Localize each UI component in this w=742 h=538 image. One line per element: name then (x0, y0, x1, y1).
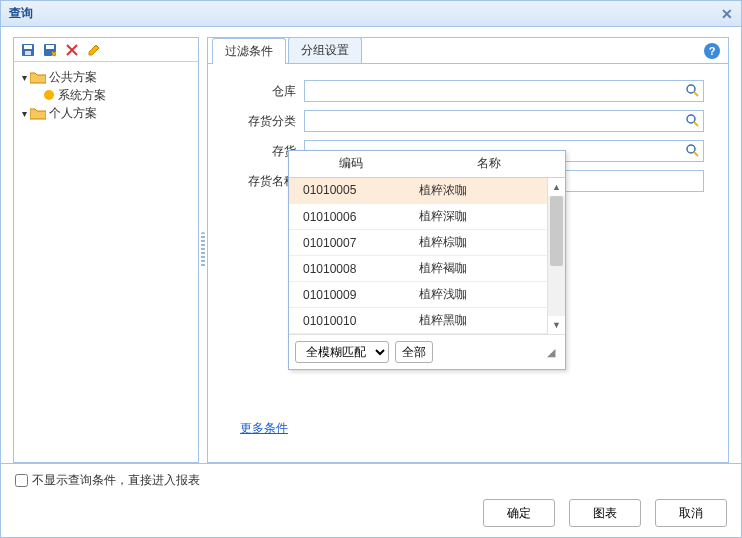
ok-button[interactable]: 确定 (483, 499, 555, 527)
cell-code: 01010010 (289, 308, 405, 334)
dropdown-col-code[interactable]: 编码 (289, 151, 413, 177)
category-label: 存货分类 (232, 113, 304, 130)
dropdown-row[interactable]: 01010007植粹棕咖 (289, 230, 547, 256)
category-input[interactable] (304, 110, 704, 132)
scroll-thumb[interactable] (550, 196, 563, 266)
warehouse-input[interactable] (304, 80, 704, 102)
bullet-icon (44, 90, 54, 100)
dropdown-col-name[interactable]: 名称 (413, 151, 565, 177)
dropdown-scrollbar[interactable]: ▲ ▼ (547, 178, 565, 335)
chart-button[interactable]: 图表 (569, 499, 641, 527)
tree-label: 系统方案 (58, 87, 106, 104)
dropdown-row[interactable]: 01010006植粹深咖 (289, 204, 547, 230)
cell-code: 01010009 (289, 282, 405, 308)
lookup-icon[interactable] (685, 83, 701, 99)
cell-name: 植粹棕咖 (405, 230, 547, 256)
dialog-title: 查询 (9, 5, 33, 22)
svg-rect-4 (46, 45, 54, 49)
delete-icon[interactable] (64, 42, 80, 58)
edit-icon[interactable] (86, 42, 102, 58)
tree-node-personal[interactable]: ▾ 个人方案 (18, 104, 194, 122)
query-dialog: 查询 ✕ ▾ 公共方案 系统方案 (0, 0, 742, 538)
skip-query-checkbox[interactable] (15, 474, 28, 487)
cell-name: 植粹深咖 (405, 204, 547, 230)
tree-label: 公共方案 (49, 69, 97, 86)
svg-point-5 (687, 85, 695, 93)
folder-icon (30, 70, 46, 84)
tree-label: 个人方案 (49, 105, 97, 122)
all-button[interactable]: 全部 (395, 341, 433, 363)
lookup-icon[interactable] (685, 113, 701, 129)
match-mode-select[interactable]: 全模糊匹配 (295, 341, 389, 363)
dropdown-row[interactable]: 01010010植粹黑咖 (289, 308, 547, 334)
splitter[interactable] (199, 37, 207, 463)
skip-query-label: 不显示查询条件，直接进入报表 (32, 472, 200, 489)
svg-point-7 (687, 145, 695, 153)
scroll-down-icon[interactable]: ▼ (548, 316, 565, 334)
scheme-tree: ▾ 公共方案 系统方案 ▾ 个人方案 (14, 62, 198, 462)
filter-form: 仓库 存货分类 存货 (208, 64, 728, 445)
svg-point-6 (687, 115, 695, 123)
cell-code: 01010008 (289, 256, 405, 282)
dropdown-row[interactable]: 01010005植粹浓咖 (289, 178, 547, 204)
folder-icon (30, 106, 46, 120)
filter-panel: 过滤条件 分组设置 ? 仓库 存货分类 (207, 37, 729, 463)
help-icon[interactable]: ? (704, 43, 720, 59)
save-as-icon[interactable] (42, 42, 58, 58)
tab-group[interactable]: 分组设置 (288, 37, 362, 63)
dropdown-row[interactable]: 01010009植粹浅咖 (289, 282, 547, 308)
tab-filter[interactable]: 过滤条件 (212, 38, 286, 64)
cell-name: 植粹褐咖 (405, 256, 547, 282)
svg-rect-1 (24, 45, 32, 49)
dialog-footer: 不显示查询条件，直接进入报表 确定 图表 取消 (1, 463, 741, 538)
collapse-icon[interactable]: ▾ (18, 72, 30, 83)
cell-name: 植粹浓咖 (405, 178, 547, 204)
titlebar: 查询 ✕ (1, 1, 741, 27)
scheme-toolbar (14, 38, 198, 62)
cell-code: 01010005 (289, 178, 405, 204)
save-icon[interactable] (20, 42, 36, 58)
lookup-icon[interactable] (685, 143, 701, 159)
dropdown-row[interactable]: 01010008植粹褐咖 (289, 256, 547, 282)
cell-code: 01010006 (289, 204, 405, 230)
warehouse-label: 仓库 (232, 83, 304, 100)
tree-node-public[interactable]: ▾ 公共方案 (18, 68, 194, 86)
cell-code: 01010007 (289, 230, 405, 256)
inventory-dropdown: 编码 名称 01010005植粹浓咖01010006植粹深咖01010007植粹… (288, 150, 566, 370)
more-conditions-link[interactable]: 更多条件 (240, 420, 288, 437)
collapse-icon[interactable]: ▾ (18, 108, 30, 119)
expand-icon[interactable]: ◢ (547, 346, 559, 359)
tabs: 过滤条件 分组设置 ? (208, 38, 728, 64)
scroll-up-icon[interactable]: ▲ (548, 178, 565, 196)
close-icon[interactable]: ✕ (721, 6, 733, 22)
scheme-panel: ▾ 公共方案 系统方案 ▾ 个人方案 (13, 37, 199, 463)
cancel-button[interactable]: 取消 (655, 499, 727, 527)
svg-rect-2 (25, 51, 31, 55)
cell-name: 植粹浅咖 (405, 282, 547, 308)
tree-node-system[interactable]: 系统方案 (42, 86, 194, 104)
cell-name: 植粹黑咖 (405, 308, 547, 334)
